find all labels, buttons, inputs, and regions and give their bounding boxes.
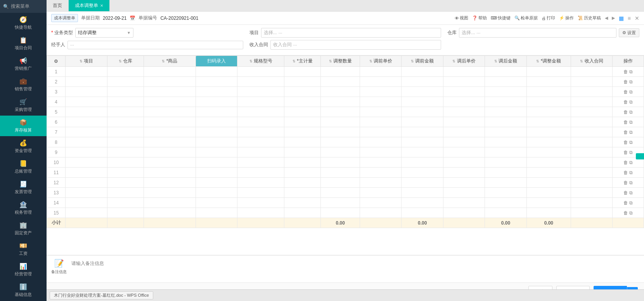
sidebar-item-sales-promo[interactable]: 📢 营销推广: [0, 54, 47, 74]
table-cell[interactable]: [237, 137, 284, 147]
table-cell[interactable]: [144, 77, 196, 87]
table-cell[interactable]: [360, 97, 402, 107]
view-btn[interactable]: 👁 视图: [455, 15, 468, 21]
table-cell[interactable]: [237, 208, 284, 218]
check-btn[interactable]: 🔍 检单原据: [514, 15, 538, 21]
warehouse-ellipsis-icon[interactable]: ···: [476, 30, 480, 36]
table-cell[interactable]: [107, 208, 144, 218]
table-cell[interactable]: [402, 147, 443, 157]
table-cell[interactable]: [360, 188, 402, 198]
table-cell[interactable]: [321, 67, 360, 77]
table-cell[interactable]: [107, 97, 144, 107]
table-cell[interactable]: [360, 157, 402, 168]
table-cell[interactable]: [321, 117, 360, 127]
table-cell[interactable]: [485, 157, 526, 168]
col-scan[interactable]: 扫码录入: [196, 56, 237, 67]
delete-row-icon[interactable]: 🗑: [623, 150, 628, 155]
table-cell[interactable]: [526, 198, 571, 208]
table-cell[interactable]: [443, 137, 485, 147]
table-cell[interactable]: [571, 198, 612, 208]
table-cell[interactable]: [196, 107, 237, 117]
copy-row-icon[interactable]: ⧉: [629, 180, 633, 185]
grid-icon[interactable]: ▦: [619, 15, 624, 21]
income-contract-input[interactable]: 收入合同 ···: [270, 40, 441, 50]
sidebar-item-invoice-mgmt[interactable]: 🧾 发票管理: [0, 177, 47, 198]
table-cell[interactable]: [284, 178, 321, 188]
table-cell[interactable]: [321, 178, 360, 188]
copy-row-icon[interactable]: ⧉: [629, 170, 633, 175]
delete-row-icon[interactable]: 🗑: [623, 200, 628, 206]
table-cell[interactable]: [443, 157, 485, 168]
table-cell[interactable]: [360, 67, 402, 77]
table-cell[interactable]: [196, 117, 237, 127]
table-cell[interactable]: [402, 87, 443, 97]
table-cell[interactable]: [443, 87, 485, 97]
table-cell[interactable]: [144, 117, 196, 127]
table-cell[interactable]: [237, 157, 284, 168]
delete-row-icon[interactable]: 🗑: [623, 109, 628, 115]
table-cell[interactable]: [526, 208, 571, 218]
table-cell[interactable]: [443, 127, 485, 137]
delete-row-icon[interactable]: 🗑: [623, 190, 628, 195]
agent-ellipsis-icon[interactable]: ···: [70, 42, 74, 48]
table-cell[interactable]: [571, 77, 612, 87]
table-cell[interactable]: [485, 188, 526, 198]
table-cell[interactable]: [144, 97, 196, 107]
nav-left-icon[interactable]: ◀: [605, 16, 608, 21]
table-cell[interactable]: [402, 137, 443, 147]
delete-row-icon[interactable]: 🗑: [623, 69, 628, 74]
table-cell[interactable]: [321, 97, 360, 107]
help-btn[interactable]: ❓ 帮助: [472, 15, 487, 21]
copy-row-icon[interactable]: ⧉: [629, 89, 633, 95]
table-cell[interactable]: [571, 208, 612, 218]
table-cell[interactable]: [526, 67, 571, 77]
table-cell[interactable]: [402, 107, 443, 117]
table-cell[interactable]: [66, 188, 107, 198]
col-income[interactable]: ⇅ 收入合同: [571, 56, 612, 67]
table-cell[interactable]: [402, 157, 443, 168]
sidebar-item-fund-mgmt[interactable]: 💰 资金管理: [0, 136, 47, 157]
table-cell[interactable]: [526, 117, 571, 127]
table-cell[interactable]: [144, 157, 196, 168]
table-cell[interactable]: [321, 87, 360, 97]
table-cell[interactable]: [237, 67, 284, 77]
table-cell[interactable]: [107, 157, 144, 168]
history-btn[interactable]: 📜 历史草稿: [578, 15, 601, 21]
table-cell[interactable]: [571, 168, 612, 178]
table-cell[interactable]: [526, 157, 571, 168]
table-cell[interactable]: [196, 178, 237, 188]
table-cell[interactable]: [571, 67, 612, 77]
table-cell[interactable]: [284, 87, 321, 97]
table-cell[interactable]: [321, 137, 360, 147]
copy-row-icon[interactable]: ⧉: [629, 200, 633, 206]
table-cell[interactable]: [526, 87, 571, 97]
table-cell[interactable]: [360, 147, 402, 157]
print-btn[interactable]: 🖨 打印: [542, 15, 555, 21]
tab-cost-adjust[interactable]: 成本调整单 ✕: [69, 0, 110, 11]
table-cell[interactable]: [402, 188, 443, 198]
table-cell[interactable]: [196, 77, 237, 87]
table-cell[interactable]: [144, 107, 196, 117]
sidebar-item-inventory[interactable]: 📦 库存核算: [0, 116, 47, 136]
table-cell[interactable]: [321, 107, 360, 117]
table-cell[interactable]: [443, 67, 485, 77]
table-cell[interactable]: [107, 107, 144, 117]
table-cell[interactable]: [443, 77, 485, 87]
col-post-price[interactable]: ⇅ 调后单价: [443, 56, 485, 67]
table-cell[interactable]: [66, 77, 107, 87]
col-unit[interactable]: ⇅ *主计量: [284, 56, 321, 67]
table-cell[interactable]: [196, 127, 237, 137]
table-cell[interactable]: [571, 97, 612, 107]
table-cell[interactable]: [443, 168, 485, 178]
col-settings[interactable]: ⚙: [47, 56, 66, 67]
delete-row-icon[interactable]: 🗑: [623, 130, 628, 135]
table-cell[interactable]: [402, 77, 443, 87]
table-cell[interactable]: [66, 198, 107, 208]
taskbar-wps-item[interactable]: 木门行业好业财处理方案-墓红红.doc - WPS Office: [50, 291, 153, 299]
table-cell[interactable]: [66, 107, 107, 117]
notes-input[interactable]: [70, 259, 639, 274]
agent-input[interactable]: ···: [68, 41, 243, 49]
table-cell[interactable]: [284, 107, 321, 117]
biz-type-select[interactable]: 结存调整 ▼: [75, 28, 133, 38]
col-warehouse[interactable]: ⇅ 仓库: [107, 56, 144, 67]
